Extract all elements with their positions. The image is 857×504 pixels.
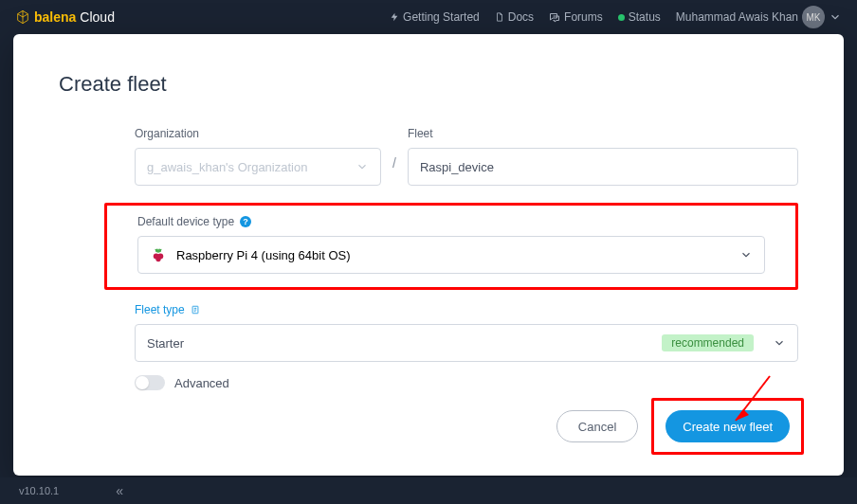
organization-select[interactable]: g_awais_khan's Organization — [135, 148, 381, 186]
fleet-type-row: Fleet type Starter recommended — [135, 303, 798, 362]
fleet-name-value: Raspi_device — [420, 160, 494, 174]
top-navigation-bar: balenaCloud Getting Started Docs Forums … — [0, 0, 857, 34]
brand-main: balena — [34, 9, 76, 25]
advanced-toggle-row: Advanced — [135, 375, 798, 390]
fleet-label: Fleet — [408, 127, 798, 140]
version-label: v10.10.1 — [19, 485, 59, 496]
nav-getting-started[interactable]: Getting Started — [390, 10, 480, 24]
chevron-down-icon — [739, 248, 753, 261]
svg-point-2 — [155, 257, 160, 261]
document-icon — [495, 11, 504, 23]
path-separator: / — [381, 127, 408, 171]
org-fleet-row: Organization g_awais_khan's Organization… — [135, 127, 798, 186]
advanced-toggle[interactable] — [135, 375, 165, 390]
organization-label: Organization — [135, 127, 381, 140]
recommended-badge: recommended — [662, 334, 754, 351]
chevron-down-icon — [829, 10, 842, 24]
bolt-icon — [390, 11, 399, 23]
fleet-type-select[interactable]: Starter recommended — [135, 324, 798, 362]
info-doc-icon[interactable] — [191, 304, 200, 315]
nav-status[interactable]: Status — [618, 10, 661, 24]
create-fleet-modal: Create fleet Organization g_awais_khan's… — [13, 34, 844, 476]
nav-forums[interactable]: Forums — [549, 10, 603, 24]
user-menu[interactable]: Muhammad Awais Khan MK — [676, 6, 842, 28]
modal-footer: Cancel Create new fleet — [556, 398, 804, 455]
status-dot-icon — [618, 14, 625, 21]
chevron-down-icon — [773, 336, 786, 350]
fleet-type-value: Starter — [147, 336, 184, 351]
modal-title: Create fleet — [59, 72, 798, 97]
fleet-type-label: Fleet type — [135, 303, 798, 316]
device-type-value: Raspberry Pi 4 (using 64bit OS) — [176, 248, 351, 262]
organization-value: g_awais_khan's Organization — [147, 160, 307, 174]
help-icon[interactable]: ? — [240, 216, 251, 227]
cancel-button[interactable]: Cancel — [556, 410, 638, 442]
device-type-highlight: Default device type ? Raspberry Pi 4 (us… — [104, 203, 798, 290]
create-new-fleet-button[interactable]: Create new fleet — [666, 410, 790, 442]
create-button-highlight: Create new fleet — [651, 398, 804, 455]
version-bar: v10.10.1 « — [0, 477, 857, 504]
brand-logo[interactable]: balenaCloud — [15, 9, 115, 25]
collapse-icon[interactable]: « — [116, 483, 123, 498]
toggle-knob — [136, 376, 149, 389]
device-type-label: Default device type ? — [137, 215, 765, 228]
chat-icon — [549, 11, 560, 23]
fleet-name-input[interactable]: Raspi_device — [408, 148, 798, 186]
cube-icon — [15, 9, 30, 25]
nav-docs[interactable]: Docs — [495, 10, 534, 24]
chevron-down-icon — [356, 160, 369, 173]
advanced-label: Advanced — [174, 376, 229, 390]
user-name: Muhammad Awais Khan — [676, 10, 798, 24]
device-type-select[interactable]: Raspberry Pi 4 (using 64bit OS) — [137, 236, 765, 274]
avatar: MK — [802, 6, 825, 28]
brand-sub: Cloud — [80, 9, 115, 25]
raspberry-pi-icon — [150, 246, 167, 263]
